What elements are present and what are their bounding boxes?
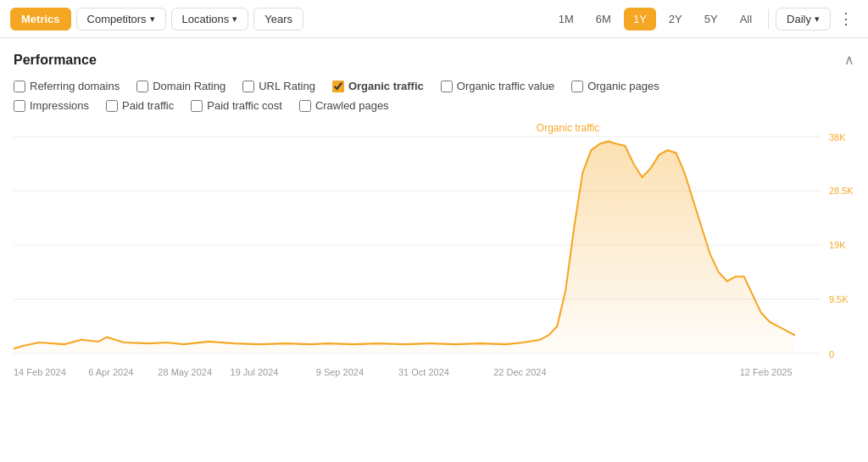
time-btn-5y[interactable]: 5Y [695,8,727,31]
time-btn-6m[interactable]: 6M [587,8,620,31]
metrics-button[interactable]: Metrics [10,8,71,31]
time-btn-2y[interactable]: 2Y [659,8,692,31]
svg-text:19K: 19K [829,240,846,250]
svg-text:12 Feb 2025: 12 Feb 2025 [740,367,793,377]
metric-referring-domains[interactable]: Referring domains [14,80,120,92]
svg-text:6 Apr 2024: 6 Apr 2024 [88,367,133,377]
checkbox-organic-traffic[interactable] [332,81,344,92]
checkbox-referring-domains[interactable] [14,81,25,92]
svg-text:28 May 2024: 28 May 2024 [158,367,212,377]
metric-paid-traffic-cost[interactable]: Paid traffic cost [191,99,282,112]
metric-organic-pages[interactable]: Organic pages [571,80,659,92]
competitors-button[interactable]: Competitors [76,8,166,31]
metric-domain-rating[interactable]: Domain Rating [136,80,225,92]
checkbox-url-rating[interactable] [242,81,254,92]
section-title: Performance [14,53,97,68]
section-header: Performance ∧ [14,52,854,68]
interval-button[interactable]: Daily [776,8,831,31]
svg-text:19 Jul 2024: 19 Jul 2024 [231,367,279,377]
chart-svg: 38K 28.5K 19K 9.5K 0 14 Feb 2024 6 Apr 2… [14,119,854,398]
checkbox-paid-traffic-cost[interactable] [191,100,203,112]
svg-text:14 Feb 2024: 14 Feb 2024 [14,367,66,377]
metric-impressions[interactable]: Impressions [14,99,89,112]
svg-text:0: 0 [829,349,834,359]
metric-organic-traffic[interactable]: Organic traffic [332,80,424,92]
time-btn-1m[interactable]: 1M [549,8,583,31]
svg-text:22 Dec 2024: 22 Dec 2024 [493,367,546,377]
more-options-icon[interactable]: ⋮ [834,7,858,31]
toolbar-right: 1M 6M 1Y 2Y 5Y All Daily ⋮ [549,7,858,31]
years-button[interactable]: Years [253,8,303,31]
time-btn-all[interactable]: All [731,8,761,31]
checkbox-organic-traffic-value[interactable] [441,81,453,92]
main-content: Performance ∧ Referring domains Domain R… [0,38,868,398]
metric-paid-traffic[interactable]: Paid traffic [106,99,174,112]
collapse-icon[interactable]: ∧ [844,52,854,68]
svg-text:31 Oct 2024: 31 Oct 2024 [398,367,449,377]
checkbox-crawled-pages[interactable] [299,100,311,112]
checkbox-domain-rating[interactable] [136,81,148,92]
metrics-row-2: Impressions Paid traffic Paid traffic co… [14,99,854,112]
checkbox-organic-pages[interactable] [571,81,583,92]
metric-url-rating[interactable]: URL Rating [242,80,315,92]
svg-text:28.5K: 28.5K [829,186,854,196]
svg-text:Organic traffic: Organic traffic [537,122,600,134]
metric-crawled-pages[interactable]: Crawled pages [299,99,389,112]
svg-text:9 Sep 2024: 9 Sep 2024 [316,367,364,377]
metrics-row-1: Referring domains Domain Rating URL Rati… [14,80,854,92]
chart-container: 38K 28.5K 19K 9.5K 0 14 Feb 2024 6 Apr 2… [14,119,854,398]
metric-organic-traffic-value[interactable]: Organic traffic value [441,80,554,92]
checkbox-paid-traffic[interactable] [106,100,118,112]
toolbar-left: Metrics Competitors Locations Years [10,8,303,31]
toolbar-divider [768,8,769,29]
time-btn-1y[interactable]: 1Y [624,8,656,31]
svg-text:9.5K: 9.5K [829,294,849,304]
svg-text:38K: 38K [829,131,846,142]
locations-button[interactable]: Locations [171,8,249,31]
checkbox-impressions[interactable] [14,100,25,112]
toolbar: Metrics Competitors Locations Years 1M 6… [0,0,868,38]
